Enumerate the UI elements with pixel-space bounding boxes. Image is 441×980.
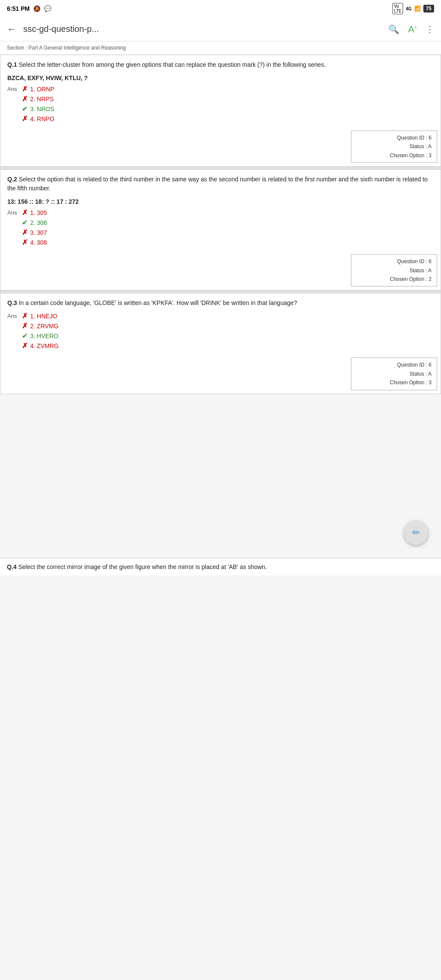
ans-row-3-3: ✗ 4. ZVMRG <box>7 342 434 350</box>
status-2: Status : A <box>357 266 432 275</box>
ans-section-2: Ans ✗ 1. 305 ✔ 2. 306 ✗ 3. 307 ✗ 4. 308 <box>0 207 441 252</box>
fab-button[interactable]: ✏ <box>404 521 428 545</box>
wrong-icon-2-0: ✗ <box>22 208 28 217</box>
section-label: Section : Part A General Intelligence an… <box>0 41 441 55</box>
option-1-1: 2. NRPS <box>30 96 53 103</box>
silent-icon: 🔕 <box>33 5 40 12</box>
edit-font-icon[interactable]: A+ <box>408 24 417 35</box>
ans-label-1: Ans <box>7 86 19 92</box>
ans-row-3-0: Ans ✗ 1. HNEJO <box>7 312 434 320</box>
whatsapp-icon: 💬 <box>44 5 51 12</box>
option-2-1: 2. 306 <box>30 219 47 226</box>
back-button[interactable]: ← <box>7 24 16 35</box>
wrong-icon-3-3: ✗ <box>22 342 28 350</box>
status-bar-right: VoLTE 4G 📶 75 <box>392 3 434 14</box>
question-block-2: Q.2 Select the option that is related to… <box>0 169 441 290</box>
ans-row-2-1: ✔ 2. 306 <box>7 218 434 227</box>
wrong-icon-3-1: ✗ <box>22 322 28 330</box>
option-3-1: 2. ZRVMG <box>30 323 59 330</box>
wrong-icon-1-1: ✗ <box>22 95 28 103</box>
signal-bars-icon: 📶 <box>414 6 421 12</box>
fab-edit-icon: ✏ <box>412 527 420 538</box>
status-bar-left: 6:51 PM 🔕 💬 <box>7 5 51 12</box>
time-display: 6:51 PM <box>7 5 30 12</box>
question-info-box-2: Question ID : 6 Status : A Chosen Option… <box>0 252 441 290</box>
whitespace-area: ✏ <box>0 394 441 558</box>
lte-label: VoLTE <box>392 3 404 14</box>
wrong-icon-1-3: ✗ <box>22 115 28 123</box>
question-series-2: 13: 156 :: 18: ? :: 17 : 272 <box>0 196 441 207</box>
toolbar: ← ssc-gd-question-p... 🔍 A+ ⋮ <box>0 17 441 41</box>
page-title: ssc-gd-question-p... <box>23 24 382 34</box>
question-id-1: Question ID : 6 <box>357 134 432 142</box>
ans-row-2-2: ✗ 3. 307 <box>7 228 434 236</box>
ans-row-1-3: ✗ 4. RNPO <box>7 115 434 123</box>
wrong-icon-2-3: ✗ <box>22 238 28 246</box>
question-text-3: Q.3 In a certain code language, 'GLOBE' … <box>7 299 297 306</box>
option-3-3: 4. ZVMRG <box>30 342 59 349</box>
ans-section-1: Ans ✗ 1. ORNP ✗ 2. NRPS ✔ 3. NROS ✗ 4. R… <box>0 83 441 128</box>
option-1-3: 4. RNPO <box>30 115 54 122</box>
search-icon[interactable]: 🔍 <box>388 24 399 34</box>
status-bar: 6:51 PM 🔕 💬 VoLTE 4G 📶 75 <box>0 0 441 17</box>
option-1-0: 1. ORNP <box>30 86 54 93</box>
correct-icon-3-2: ✔ <box>22 332 28 340</box>
battery-display: 75 <box>423 5 434 12</box>
more-options-icon[interactable]: ⋮ <box>425 24 434 34</box>
chosen-option-2: Chosen Option : 2 <box>357 275 432 283</box>
q4-id: Q.4 <box>7 563 17 570</box>
option-2-0: 1. 305 <box>30 209 47 216</box>
question-info-box-3: Question ID : 6 Status : A Chosen Option… <box>0 355 441 393</box>
option-1-2: 3. NROS <box>30 106 54 112</box>
ans-row-1-2: ✔ 3. NROS <box>7 105 434 113</box>
option-2-3: 4. 308 <box>30 239 47 246</box>
signal-4g-label: 4G <box>406 6 411 11</box>
wrong-icon-2-2: ✗ <box>22 228 28 236</box>
question-series-1: BZCA, EXFY, HVIW, KTLU, ? <box>0 72 441 83</box>
option-3-2: 3. HVERO <box>30 333 58 339</box>
option-2-2: 3. 307 <box>30 229 47 236</box>
ans-row-1-1: ✗ 2. NRPS <box>7 95 434 103</box>
status-3: Status : A <box>357 370 432 378</box>
ans-row-2-0: Ans ✗ 1. 305 <box>7 208 434 217</box>
option-3-0: 1. HNEJO <box>30 313 57 320</box>
q4-bar: Q.4 Select the correct mirror image of t… <box>0 558 441 576</box>
question-id-2: Question ID : 6 <box>357 257 432 266</box>
ans-section-3: Ans ✗ 1. HNEJO ✗ 2. ZRVMG ✔ 3. HVERO ✗ 4… <box>0 310 441 355</box>
ans-row-3-2: ✔ 3. HVERO <box>7 332 434 340</box>
wrong-icon-3-0: ✗ <box>22 312 28 320</box>
ans-label-2: Ans <box>7 209 19 216</box>
question-block-3: Q.3 In a certain code language, 'GLOBE' … <box>0 293 441 394</box>
status-1: Status : A <box>357 142 432 151</box>
ans-label-3: Ans <box>7 313 19 319</box>
question-header-1: Q.1 Select the letter-cluster from among… <box>0 55 441 72</box>
chosen-option-1: Chosen Option : 3 <box>357 151 432 160</box>
question-info-box-1: Question ID : 6 Status : A Chosen Option… <box>0 128 441 166</box>
chosen-option-3: Chosen Option : 3 <box>357 378 432 387</box>
correct-icon-2-1: ✔ <box>22 218 28 227</box>
question-id-3: Question ID : 6 <box>357 361 432 369</box>
question-block-1: Q.1 Select the letter-cluster from among… <box>0 55 441 167</box>
wrong-icon-1-0: ✗ <box>22 85 28 93</box>
question-header-2: Q.2 Select the option that is related to… <box>0 170 441 196</box>
info-box-inner-3: Question ID : 6 Status : A Chosen Option… <box>351 358 437 390</box>
question-text-1: Q.1 Select the letter-cluster from among… <box>7 61 326 68</box>
ans-row-1-0: Ans ✗ 1. ORNP <box>7 85 434 93</box>
ans-row-2-3: ✗ 4. 308 <box>7 238 434 246</box>
question-text-2: Q.2 Select the option that is related to… <box>7 176 428 192</box>
question-header-3: Q.3 In a certain code language, 'GLOBE' … <box>0 293 441 310</box>
info-box-inner-2: Question ID : 6 Status : A Chosen Option… <box>351 254 437 286</box>
toolbar-icons: 🔍 A+ ⋮ <box>388 24 434 35</box>
correct-icon-1-2: ✔ <box>22 105 28 113</box>
q4-text: Select the correct mirror image of the g… <box>18 563 267 570</box>
ans-row-3-1: ✗ 2. ZRVMG <box>7 322 434 330</box>
info-box-inner-1: Question ID : 6 Status : A Chosen Option… <box>351 131 437 163</box>
